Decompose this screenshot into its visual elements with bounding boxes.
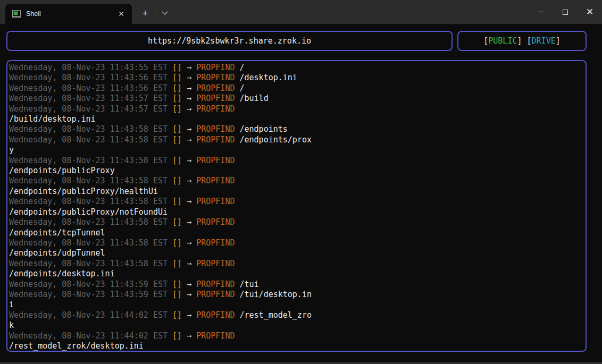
timestamp: Wednesday, 08-Nov-23 11:43:58 EST <box>9 217 172 227</box>
request-path-wrapped: /endpoints/tcpTunnel <box>9 228 105 238</box>
maximize-icon <box>563 10 568 15</box>
log-line: Wednesday, 08-Nov-23 11:43:56 EST [] → P… <box>9 83 582 94</box>
log-line: /endpoints/publicProxy/notFoundUi <box>9 207 582 217</box>
badge-segment: [ <box>483 36 488 46</box>
log-line: Wednesday, 08-Nov-23 11:43:57 EST [] → P… <box>9 94 582 104</box>
http-method: PROPFIND <box>196 238 235 248</box>
log-line: /endpoints/desktop.ini <box>9 269 582 279</box>
request-path-wrapped: i <box>9 300 14 309</box>
arrow-icon: → <box>187 310 196 320</box>
request-path-wrapped: /rest_model_zrok/desktop.ini <box>9 341 144 351</box>
timestamp: Wednesday, 08-Nov-23 11:43:59 EST <box>9 280 172 289</box>
badge-segment: PUBLIC <box>488 36 517 46</box>
http-method: PROPFIND <box>196 310 235 320</box>
log-line: Wednesday, 08-Nov-23 11:43:58 EST [] → P… <box>9 176 582 186</box>
request-path: /tui/desktop.in <box>235 290 312 299</box>
tab-dropdown-button[interactable] <box>157 6 172 21</box>
log-line: /rest_model_zrok/desktop.ini <box>9 341 582 351</box>
arrow-icon: → <box>187 280 196 289</box>
terminal-icon <box>12 10 21 18</box>
badge-segment: ] <box>556 36 561 46</box>
timestamp: Wednesday, 08-Nov-23 11:43:58 EST <box>9 259 172 268</box>
close-button[interactable]: ✕ <box>578 0 602 24</box>
timestamp: Wednesday, 08-Nov-23 11:43:58 EST <box>9 197 172 206</box>
request-path: /tui <box>235 280 258 289</box>
timestamp: Wednesday, 08-Nov-23 11:43:55 EST <box>9 63 172 72</box>
http-method: PROPFIND <box>196 94 235 103</box>
log-line: Wednesday, 08-Nov-23 11:44:02 EST [] → P… <box>9 310 582 320</box>
log-line: Wednesday, 08-Nov-23 11:43:58 EST [] → P… <box>9 124 582 134</box>
arrow-icon: → <box>187 73 196 82</box>
window-controls: ✕ <box>529 0 602 24</box>
timestamp: Wednesday, 08-Nov-23 11:43:58 EST <box>9 238 172 248</box>
tab-close-icon[interactable]: ✕ <box>115 7 128 20</box>
tab-shell[interactable]: Shell ✕ <box>5 4 132 24</box>
timestamp: Wednesday, 08-Nov-23 11:43:59 EST <box>9 290 172 299</box>
arrow-icon: → <box>187 135 196 145</box>
arrow-icon: → <box>187 63 196 72</box>
log-line: Wednesday, 08-Nov-23 11:43:59 EST [] → P… <box>9 290 582 300</box>
timestamp: Wednesday, 08-Nov-23 11:43:58 EST <box>9 176 172 185</box>
http-method: PROPFIND <box>196 73 235 82</box>
terminal-window: { "window": { "tab": { "label": "Shell",… <box>0 0 602 364</box>
timestamp: Wednesday, 08-Nov-23 11:43:56 EST <box>9 83 172 93</box>
minimize-button[interactable] <box>529 0 553 24</box>
bracket-pair: [] <box>172 310 187 320</box>
request-path-wrapped: /endpoints/publicProxy <box>9 166 115 175</box>
arrow-icon: → <box>187 217 196 227</box>
http-method: PROPFIND <box>196 124 235 134</box>
share-url-box: https://9sbk2sbwkr3r.share.zrok.io <box>6 31 453 51</box>
timestamp: Wednesday, 08-Nov-23 11:44:02 EST <box>9 310 172 320</box>
log-line: Wednesday, 08-Nov-23 11:43:58 EST [] → P… <box>9 238 582 248</box>
arrow-icon: → <box>187 176 196 185</box>
timestamp: Wednesday, 08-Nov-23 11:43:57 EST <box>9 94 172 103</box>
log-line: k <box>9 320 582 331</box>
bracket-pair: [] <box>172 94 187 103</box>
request-log: Wednesday, 08-Nov-23 11:43:55 EST [] → P… <box>6 60 587 352</box>
arrow-icon: → <box>187 83 196 93</box>
timestamp: Wednesday, 08-Nov-23 11:43:56 EST <box>9 73 172 82</box>
arrow-icon: → <box>187 94 196 103</box>
http-method: PROPFIND <box>196 331 235 341</box>
request-path-wrapped: /endpoints/publicProxy/healthUi <box>9 187 158 196</box>
request-path-wrapped: /endpoints/desktop.ini <box>9 269 115 278</box>
bracket-pair: [] <box>172 290 187 299</box>
badge-segment: ] [ <box>517 36 531 46</box>
share-url: https://9sbk2sbwkr3r.share.zrok.io <box>148 36 311 46</box>
log-line: Wednesday, 08-Nov-23 11:43:58 EST [] → P… <box>9 259 582 269</box>
http-method: PROPFIND <box>196 290 235 299</box>
maximize-button[interactable] <box>553 0 578 24</box>
log-line: /endpoints/publicProxy <box>9 166 582 176</box>
bracket-pair: [] <box>172 238 187 248</box>
log-line: Wednesday, 08-Nov-23 11:43:58 EST [] → P… <box>9 197 582 207</box>
new-tab-button[interactable]: + <box>137 6 153 21</box>
log-line: /endpoints/tcpTunnel <box>9 228 582 238</box>
close-icon: ✕ <box>586 7 593 16</box>
bracket-pair: [] <box>172 73 187 82</box>
timestamp: Wednesday, 08-Nov-23 11:43:58 EST <box>9 156 172 165</box>
bracket-pair: [] <box>172 124 187 134</box>
log-line: Wednesday, 08-Nov-23 11:43:55 EST [] → P… <box>9 63 582 73</box>
tab-divider <box>156 7 156 17</box>
http-method: PROPFIND <box>196 63 235 72</box>
log-line: i <box>9 300 582 310</box>
http-method: PROPFIND <box>196 176 235 185</box>
log-line: /endpoints/publicProxy/healthUi <box>9 187 582 197</box>
request-path: /desktop.ini <box>235 73 297 82</box>
titlebar: Shell ✕ + ✕ <box>0 0 602 24</box>
http-method: PROPFIND <box>196 104 235 114</box>
http-method: PROPFIND <box>196 217 235 227</box>
bracket-pair: [] <box>172 280 187 289</box>
log-line: Wednesday, 08-Nov-23 11:43:58 EST [] → P… <box>9 156 582 166</box>
bracket-pair: [] <box>172 83 187 93</box>
request-path-wrapped: k <box>9 320 14 330</box>
request-path: / <box>235 83 244 93</box>
request-path-wrapped: /build/desktop.ini <box>9 114 96 124</box>
arrow-icon: → <box>187 259 196 268</box>
bracket-pair: [] <box>172 156 187 165</box>
request-path: /rest_model_zro <box>235 310 312 320</box>
timestamp: Wednesday, 08-Nov-23 11:43:57 EST <box>9 104 172 114</box>
arrow-icon: → <box>187 104 196 114</box>
request-path-wrapped: /endpoints/udpTunnel <box>9 248 105 258</box>
timestamp: Wednesday, 08-Nov-23 11:43:58 EST <box>9 135 172 145</box>
